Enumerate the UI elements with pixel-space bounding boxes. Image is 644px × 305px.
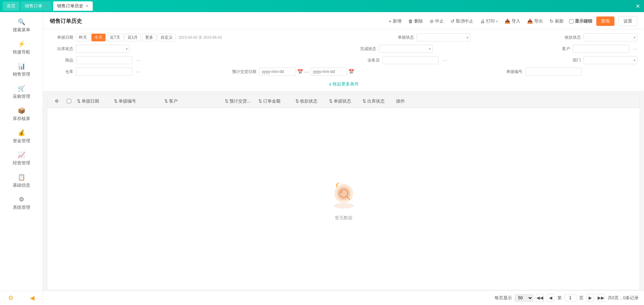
delivery-date-group: 📅 — 📅: [259, 68, 354, 76]
th-customer[interactable]: ⇅ 客户: [162, 98, 222, 104]
delivery-date-from[interactable]: [259, 68, 296, 76]
sidebar-item-purchase-mgmt[interactable]: 🛒 采购管理: [0, 81, 43, 103]
customer-input[interactable]: [573, 45, 629, 53]
delete-button[interactable]: 🗑 删除: [407, 17, 424, 25]
sidebar-item-sys-mgmt[interactable]: ⚙ 系统管理: [0, 192, 43, 214]
tabs-container: 首页 销售订单 ✕ 销售订单历史 ✕: [3, 1, 93, 11]
th-doc-no[interactable]: ⇅ 单据编号: [111, 98, 162, 104]
dept-select[interactable]: [584, 56, 637, 64]
sidebar-item-inventory-calc-label: 库存核算: [13, 116, 30, 122]
tab-sales-order[interactable]: 销售订单 ✕: [21, 1, 52, 11]
pagination-bar: 每页显示 50 10 20 100 ◀◀ ◀ 第 页 ▶ ▶▶ 共0页，0条记录: [43, 290, 644, 305]
sidebar-item-inventory-calc[interactable]: 📦 库存核算: [0, 104, 43, 125]
salesperson-input[interactable]: [382, 56, 439, 64]
sidebar-item-finance-mgmt[interactable]: 💰 资金管理: [0, 126, 43, 147]
th-doc-status-label: 单据状态: [334, 98, 351, 104]
sys-mgmt-icon: ⚙: [19, 196, 24, 203]
tab-sales-order-history-label: 销售订单历史: [57, 3, 83, 9]
export-icon: 📤: [527, 18, 533, 24]
collapse-up-icon: ∧: [329, 82, 332, 87]
stop-button[interactable]: ⊘ 中止: [428, 17, 445, 25]
delivery-date-to[interactable]: [310, 68, 347, 76]
th-payment-status[interactable]: ⇅ 收款状态: [293, 98, 326, 104]
next-page-button[interactable]: ▶: [586, 294, 594, 302]
display-toggle-checkbox[interactable]: [569, 19, 573, 24]
top-bar: 首页 销售订单 ✕ 销售订单历史 ✕ ✕: [0, 0, 644, 12]
customer-ellipsis[interactable]: ···: [633, 46, 637, 51]
more-btn[interactable]: 更多: [142, 34, 156, 41]
th-customer-label: 客户: [169, 98, 178, 104]
salesperson-ellipsis[interactable]: ···: [443, 58, 447, 63]
last-page-button[interactable]: ▶▶: [597, 294, 605, 302]
product-input[interactable]: [76, 56, 132, 64]
filter-area: 单据日期 昨天 今天 近7天 近1月 更多 自定义 2023-06-02 至 2…: [43, 29, 644, 91]
export-label: 导出: [534, 18, 543, 24]
completion-status-wrapper: [379, 45, 433, 53]
settings-gear-icon[interactable]: ⚙: [55, 99, 59, 104]
sidebar-collapse-icon[interactable]: ◀: [30, 294, 35, 302]
tab-sales-order-close[interactable]: ✕: [44, 4, 48, 8]
doc-status-select[interactable]: [417, 33, 470, 41]
first-page-button[interactable]: ◀◀: [536, 294, 544, 302]
purchase-mgmt-icon: 🛒: [18, 85, 25, 92]
per-page-select[interactable]: 50 10 20 100: [515, 294, 533, 302]
today-btn[interactable]: 今天: [91, 34, 105, 41]
sidebar-item-base-info[interactable]: 📋 基础信息: [0, 170, 43, 192]
th-doc-status[interactable]: ⇅ 单据状态: [326, 98, 360, 104]
yesterday-btn[interactable]: 昨天: [76, 34, 90, 41]
refresh-button[interactable]: ↻ 刷新: [548, 17, 565, 25]
query-button[interactable]: 查询: [596, 16, 614, 26]
th-delivery-date[interactable]: ⇅ 预计交货...: [222, 98, 256, 104]
warehouse-input[interactable]: [76, 68, 132, 76]
doc-status-label: 单据状态: [390, 35, 414, 40]
tab-sales-order-label: 销售订单: [25, 3, 42, 9]
sidebar-item-search-menu[interactable]: 🔍 搜索菜单: [0, 15, 43, 36]
import-button[interactable]: 📥 导入: [503, 17, 522, 25]
doc-no-input[interactable]: [525, 68, 582, 76]
delivery-status-select[interactable]: [76, 45, 130, 53]
delivery-date-from-icon[interactable]: 📅: [297, 69, 303, 74]
th-payment-label: 收款状态: [300, 98, 317, 104]
delivery-date-to-icon[interactable]: 📅: [348, 69, 354, 74]
payment-status-select[interactable]: [584, 33, 637, 41]
warehouse-ellipsis[interactable]: ···: [136, 69, 140, 74]
print-button[interactable]: 🖨 打印 ▾: [479, 17, 499, 25]
window-close-button[interactable]: ✕: [636, 3, 640, 9]
th-delivery-status[interactable]: ⇅ 出库状态: [360, 98, 393, 104]
sidebar-item-ops-mgmt[interactable]: 📈 经营管理: [0, 148, 43, 169]
sidebar-item-search-menu-label: 搜索菜单: [13, 27, 30, 33]
delivery-status-label: 出库状态: [50, 46, 73, 52]
sidebar-item-quick-nav[interactable]: ⚡ 快捷导航: [0, 37, 43, 59]
th-settings[interactable]: ⚙: [50, 99, 63, 104]
collapse-btn[interactable]: ∧ 收起更多条件: [329, 81, 359, 87]
sidebar-settings-icon[interactable]: ⚙: [8, 294, 13, 302]
export-button[interactable]: 📤 导出: [526, 17, 544, 25]
cancel-stop-label: 取消中止: [456, 18, 473, 24]
th-delivery-status-sort-icon: ⇅: [362, 99, 366, 104]
last1month-btn[interactable]: 近1月: [125, 34, 141, 41]
custom-btn[interactable]: 自定义: [158, 34, 176, 41]
cancel-stop-button[interactable]: ↺ 取消中止: [449, 17, 475, 25]
sidebar-item-ops-mgmt-label: 经营管理: [13, 160, 30, 166]
filter-date-control: 昨天 今天 近7天 近1月 更多 自定义 2023-06-02 至 2023-0…: [76, 34, 222, 41]
page-header: 销售订单历史 + 新增 🗑 删除 ⊘ 中止 ↺ 取消中止: [43, 12, 644, 29]
settings-button[interactable]: 设置: [618, 16, 637, 26]
th-order-amount[interactable]: ⇅ 订单金额: [256, 98, 293, 104]
product-ellipsis[interactable]: ···: [136, 58, 140, 63]
th-doc-date[interactable]: ⇅ 单据日期: [74, 98, 111, 104]
print-dropdown-icon[interactable]: ▾: [496, 20, 498, 23]
tab-home[interactable]: 首页: [3, 1, 19, 11]
page-number-input[interactable]: [564, 295, 576, 301]
select-all-checkbox[interactable]: [67, 99, 71, 103]
tab-sales-order-history-close[interactable]: ✕: [85, 4, 89, 8]
page-title: 销售订单历史: [50, 18, 82, 25]
completion-status-select[interactable]: [379, 45, 433, 53]
last7-btn[interactable]: 近7天: [107, 34, 123, 41]
sidebar-item-sys-mgmt-label: 系统管理: [13, 204, 30, 211]
sidebar-item-sales-mgmt[interactable]: 📊 销售管理: [0, 59, 43, 81]
tab-sales-order-history[interactable]: 销售订单历史 ✕: [53, 1, 93, 11]
dept-label: 部门: [557, 58, 581, 63]
import-label: 导入: [512, 18, 520, 24]
new-button[interactable]: + 新增: [387, 17, 403, 25]
prev-page-button[interactable]: ◀: [547, 294, 555, 302]
